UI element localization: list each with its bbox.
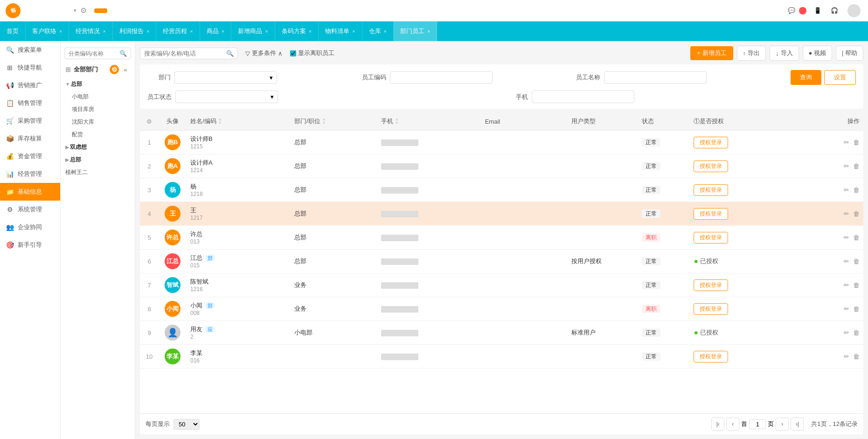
dept-group-zongbu[interactable]: ▼总部 [61,78,135,91]
help-button[interactable]: | 帮助 [836,46,863,61]
tab-customer[interactable]: 客户联络 × [26,21,69,41]
close-icon[interactable]: × [103,28,105,34]
sidebar-item-purchase[interactable]: 🛒 采购管理 [0,112,60,130]
sidebar-item-system[interactable]: ⚙ 系统管理 [0,201,60,218]
close-icon[interactable]: × [384,28,387,34]
auth-login-button[interactable]: 授权登录 [694,232,728,244]
dept-collapse-btn[interactable]: « [121,65,130,74]
sidebar-item-inventory[interactable]: 📦 库存核算 [0,130,60,147]
close-icon[interactable]: × [352,28,355,34]
close-icon[interactable]: × [59,28,62,34]
trial-button[interactable] [94,8,107,13]
close-icon[interactable]: × [427,28,430,34]
filter-status-select[interactable]: ▾ [175,91,278,103]
edit-button[interactable]: ✏ [844,305,849,313]
close-icon[interactable]: × [309,28,312,34]
dept-add-btn[interactable]: ⚙ [110,65,119,74]
phone-sort[interactable]: 手机 ▲ ▼ [381,117,399,125]
online-service-button[interactable]: 🎧 [831,7,840,14]
delete-button[interactable]: 🗑 [853,162,860,170]
auth-login-button[interactable]: 授权登录 [694,303,728,315]
filter-empname-input[interactable] [604,71,707,84]
sidebar-item-sales[interactable]: 📋 销售管理 [0,94,60,112]
search-button[interactable]: 查询 [791,70,821,85]
tab-profit[interactable]: 利润报告 × [113,21,156,41]
name-sort[interactable]: 姓名/编码 ▲ ▼ [190,117,222,125]
filter-phone-input[interactable] [532,91,634,103]
delete-button[interactable]: 🗑 [853,353,860,360]
delete-button[interactable]: 🗑 [853,329,860,336]
sidebar-item-quick-nav[interactable]: ⊞ 快捷导航 [0,59,60,77]
page-size-select[interactable]: 50 100 [174,419,200,430]
dept-group-shuanglvxiang[interactable]: ▶双虑想 [61,141,135,153]
tab-bom[interactable]: 物料清单 × [319,21,362,41]
sidebar-item-finance[interactable]: 💰 资金管理 [0,147,60,165]
dept-item-peihuo[interactable]: 配货 [61,128,135,141]
th-name[interactable]: 姓名/编码 ▲ ▼ [187,112,291,131]
dept-item-zhishuwanger[interactable]: 植树王二 [61,166,135,179]
show-archived-checkbox[interactable] [290,50,296,56]
search-btn-icon[interactable]: 🔍 [226,50,234,57]
sidebar-item-guide[interactable]: 🎯 新手引导 [0,236,60,254]
more-filter-button[interactable]: ▽ 更多条件 ∧ [242,47,286,59]
system-dropdown-arrow[interactable]: ▾ [74,7,76,14]
delete-button[interactable]: 🗑 [853,186,860,194]
edit-button[interactable]: ✏ [844,281,849,289]
tab-goods[interactable]: 商品 × [200,21,231,41]
tab-add-goods[interactable]: 新增商品 × [231,21,275,41]
th-phone[interactable]: 手机 ▲ ▼ [377,112,481,131]
tab-operation[interactable]: 经营情况 × [69,21,112,41]
edit-button[interactable]: ✏ [844,329,849,336]
close-icon[interactable]: × [190,28,193,34]
auth-login-button[interactable]: 授权登录 [694,351,728,362]
message-button[interactable]: 💬 [788,7,806,14]
close-icon[interactable]: × [222,28,224,34]
page-number-input[interactable] [749,419,766,429]
delete-button[interactable]: 🗑 [853,305,860,313]
tab-dept-staff[interactable]: 部门员工 × [394,21,437,41]
auth-login-button[interactable]: 授权登录 [694,279,728,291]
tab-barcode[interactable]: 条码方案 × [275,21,319,41]
close-icon[interactable]: × [146,28,149,34]
app-download-button[interactable]: 📱 [814,7,823,14]
last-page-button[interactable]: ›| [791,418,804,431]
filter-dept-select[interactable]: ▾ [174,71,277,84]
sidebar-item-search[interactable]: 🔍 搜索菜单 [0,41,60,59]
delete-button[interactable]: 🗑 [853,281,860,289]
edit-button[interactable]: ✏ [844,234,849,241]
auth-login-button[interactable]: 授权登录 [694,137,728,148]
search-box[interactable]: 🔍 [140,48,238,59]
dept-item-xiangmukufang[interactable]: 项目库房 [61,103,135,116]
next-page-button[interactable]: › [776,418,789,431]
tab-home[interactable]: 首页 [0,21,26,41]
close-icon[interactable]: × [265,28,268,34]
edit-button[interactable]: ✏ [844,162,849,170]
delete-button[interactable]: 🗑 [853,139,860,146]
filter-empcode-input[interactable] [390,71,493,84]
export-button[interactable]: ↑ 导出 [737,46,766,61]
view-button[interactable]: ● 视频 [803,46,832,61]
dept-search-input[interactable] [69,50,118,57]
edit-button[interactable]: ✏ [844,210,849,217]
auth-login-button[interactable]: 授权登录 [694,160,728,172]
prev-page-button[interactable]: ‹ [726,418,739,431]
dept-search-box[interactable]: 🔍 [64,48,131,59]
sidebar-item-collab[interactable]: 👥 企业协同 [0,218,60,236]
edit-button[interactable]: ✏ [844,353,849,360]
auth-login-button[interactable]: 授权登录 [694,208,728,220]
delete-button[interactable]: 🗑 [853,210,860,217]
delete-button[interactable]: 🗑 [853,234,860,241]
tab-history[interactable]: 经营历程 × [156,21,200,41]
auth-login-button[interactable]: 授权登录 [694,184,728,196]
dept-item-xiaodibu[interactable]: 小电部 [61,91,135,103]
sidebar-item-marketing[interactable]: 📢 营销推广 [0,77,60,94]
show-archived-toggle[interactable]: 显示离职员工 [290,49,334,57]
dept-item-shenyangdaku[interactable]: 沈阳大库 [61,116,135,128]
th-dept[interactable]: 部门/职位 ▲ ▼ [291,112,377,131]
user-menu[interactable] [847,4,862,17]
delete-button[interactable]: 🗑 [853,258,860,265]
sidebar-item-base-info[interactable]: 📁 基础信息 [0,183,60,201]
th-settings[interactable]: ⚙ [140,112,159,131]
gear-icon[interactable]: ⚙ [80,6,87,15]
dept-sort[interactable]: 部门/职位 ▲ ▼ [294,117,326,125]
